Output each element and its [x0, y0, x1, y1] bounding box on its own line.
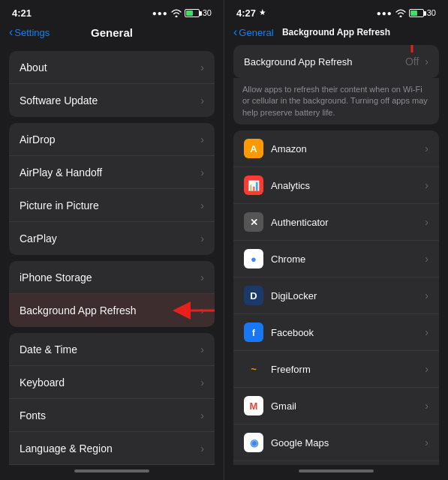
chevron-icon: › — [200, 62, 204, 74]
left-back-button[interactable]: ‹ Settings — [9, 26, 50, 39]
toggle-section: Background App Refresh Off › — [233, 45, 439, 78]
red-arrow-up — [401, 45, 422, 54]
right-back-button[interactable]: ‹ General — [233, 26, 274, 39]
app-icon: A — [244, 139, 263, 158]
left-time: 4:21 — [12, 8, 32, 19]
app-name: Amazon — [271, 143, 422, 154]
chevron-icon: › — [425, 400, 428, 412]
app-row[interactable]: ~Freeform› — [233, 351, 439, 388]
app-icon: D — [244, 286, 263, 305]
left-nav-bar: ‹ Settings General — [0, 22, 224, 45]
app-name: Google Maps — [271, 437, 422, 448]
app-icon: ✕ — [244, 212, 263, 232]
row-airplay[interactable]: AirPlay & Handoff › — [9, 156, 215, 189]
row-software-update[interactable]: Software Update › — [9, 84, 215, 117]
row-about[interactable]: About › — [9, 51, 215, 84]
left-back-label: Settings — [14, 27, 50, 38]
row-picture-in-picture[interactable]: Picture in Picture › — [9, 189, 215, 222]
app-name: Chrome — [271, 254, 422, 265]
chevron-icon: › — [425, 436, 428, 448]
chevron-icon: › — [425, 142, 428, 154]
chevron-icon: › — [200, 272, 204, 284]
chevron-icon: › — [200, 134, 204, 146]
info-banner: Allow apps to refresh their content when… — [233, 78, 439, 124]
signal-dots-icon: ●●● — [377, 9, 392, 17]
chevron-icon: › — [425, 56, 428, 68]
chevron-icon: › — [425, 363, 428, 375]
chevron-icon: › — [425, 326, 428, 338]
battery-percent: 30 — [203, 8, 212, 17]
app-row[interactable]: DDigiLocker› — [233, 278, 439, 314]
right-time: 4:27 — [236, 8, 256, 19]
app-row[interactable]: fFacebook› — [233, 314, 439, 351]
row-background-app-refresh[interactable]: Background App Refresh › — [9, 294, 215, 327]
signal-dots-icon: ●●● — [152, 9, 168, 17]
right-content[interactable]: Background App Refresh Off › Allow apps … — [224, 45, 448, 465]
app-name: DigiLocker — [271, 290, 422, 302]
battery-percent: 30 — [427, 8, 436, 17]
chevron-icon: › — [425, 216, 428, 228]
left-settings-scroll[interactable]: About › Software Update › AirDrop › AirP… — [0, 45, 224, 465]
app-name: Authenticator — [271, 217, 422, 228]
app-row[interactable]: AAmazon› — [233, 130, 439, 167]
app-row[interactable]: ●Chrome› — [233, 241, 439, 278]
wifi-icon — [171, 9, 182, 17]
app-icon: ● — [244, 249, 263, 268]
chevron-icon: › — [425, 179, 428, 191]
red-arrow-left — [171, 300, 215, 321]
left-nav-title: General — [91, 26, 133, 39]
right-status-bar: 4:27 ●●● 30 — [224, 0, 448, 22]
battery-icon — [185, 9, 200, 17]
chevron-icon: › — [200, 410, 204, 422]
app-icon: 📊 — [244, 176, 263, 195]
section-info: About › Software Update › — [9, 51, 215, 117]
app-icon: ◉ — [244, 433, 263, 452]
wifi-icon — [395, 9, 406, 17]
right-nav-title: Background App Refresh — [282, 27, 390, 38]
chevron-left-icon: ‹ — [233, 26, 237, 39]
row-language-region[interactable]: Language & Region › — [9, 432, 215, 465]
app-row[interactable]: ◉Google Maps› — [233, 424, 439, 461]
row-keyboard[interactable]: Keyboard › — [9, 366, 215, 399]
chevron-icon: › — [200, 344, 204, 356]
right-nav-bar: ‹ General Background App Refresh — [224, 22, 448, 45]
app-row[interactable]: 📊Analytics› — [233, 167, 439, 204]
row-iphone-storage[interactable]: iPhone Storage › — [9, 261, 215, 294]
app-row[interactable]: GGoogle Pay› — [233, 461, 439, 465]
battery-icon — [409, 9, 424, 17]
chevron-icon: › — [200, 94, 204, 106]
app-name: Gmail — [271, 400, 422, 412]
app-name: Analytics — [271, 180, 422, 191]
home-indicator — [224, 465, 448, 480]
row-carplay[interactable]: CarPlay › — [9, 222, 215, 255]
toggle-value: Off — [405, 56, 419, 68]
right-status-icons: ●●● 30 — [377, 8, 436, 17]
chevron-icon: › — [425, 253, 428, 265]
right-screen: 4:27 ●●● 30 ‹ General Background App Ref… — [224, 0, 448, 480]
right-back-label: General — [239, 27, 273, 38]
row-fonts[interactable]: Fonts › — [9, 399, 215, 432]
app-row[interactable]: ✕Authenticator› — [233, 204, 439, 241]
chevron-icon: › — [200, 166, 204, 178]
app-icon: M — [244, 396, 263, 416]
location-icon — [259, 9, 266, 16]
app-row[interactable]: MGmail› — [233, 388, 439, 424]
section-connectivity: AirDrop › AirPlay & Handoff › Picture in… — [9, 123, 215, 255]
chevron-icon: › — [200, 232, 204, 244]
left-status-icons: ●●● 30 — [152, 8, 212, 17]
section-storage: iPhone Storage › Background App Refresh … — [9, 261, 215, 327]
chevron-left-icon: ‹ — [9, 26, 13, 39]
row-airdrop[interactable]: AirDrop › — [9, 123, 215, 156]
left-screen: 4:21 ●●● 30 ‹ Settings General Ab — [0, 0, 224, 480]
info-text: Allow apps to refresh their content when… — [242, 85, 428, 117]
row-date-time[interactable]: Date & Time › — [9, 333, 215, 366]
chevron-icon: › — [200, 442, 204, 454]
app-icon: f — [244, 322, 263, 342]
apps-section: AAmazon›📊Analytics›✕Authenticator›●Chrom… — [233, 130, 439, 465]
section-locale: Date & Time › Keyboard › Fonts › Languag… — [9, 333, 215, 465]
left-status-bar: 4:21 ●●● 30 — [0, 0, 224, 22]
home-indicator — [0, 465, 224, 480]
chevron-icon: › — [200, 376, 204, 388]
chevron-icon: › — [200, 200, 204, 212]
app-name: Freeform — [271, 364, 422, 375]
